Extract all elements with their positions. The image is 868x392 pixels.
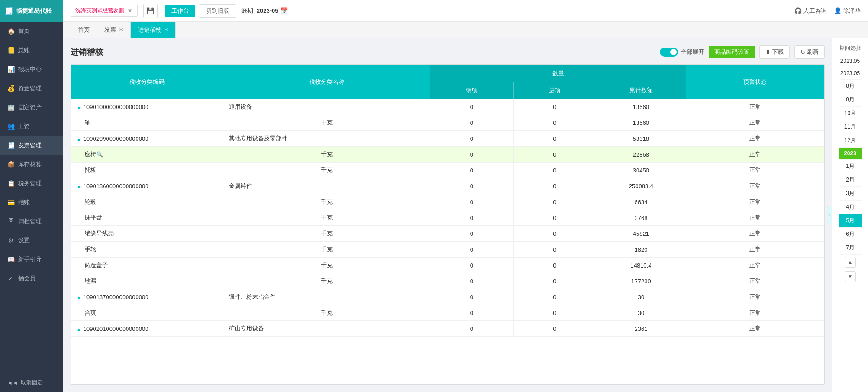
sidebar-item-funds[interactable]: 💰 资金管理 xyxy=(0,79,63,98)
expand-row-icon[interactable]: ▲ xyxy=(76,295,81,300)
calendar-icon[interactable]: 📅 xyxy=(280,7,288,14)
table-row-sale: 0 xyxy=(430,115,513,131)
period-next-button[interactable]: ▼ xyxy=(845,271,856,282)
refresh-button[interactable]: ↻ 刷新 xyxy=(794,45,825,59)
period-item[interactable]: 1月 xyxy=(839,160,862,173)
topbar-actions: 工作台 切到旧版 xyxy=(165,4,236,18)
tab-invoice-close[interactable]: ✕ xyxy=(119,27,123,33)
table-row-subname: 轴 xyxy=(71,115,223,131)
period-item[interactable]: 2023 xyxy=(839,148,862,160)
panel-toggle-button[interactable]: › xyxy=(827,206,832,224)
table-row-sale: 0 xyxy=(430,99,513,115)
table-row-unit: 千克 xyxy=(223,194,430,210)
sidebar-item-tax[interactable]: 📋 税务管理 xyxy=(0,174,63,193)
table-row-total: 1820 xyxy=(596,242,686,258)
help-button[interactable]: 🎧 人工咨询 xyxy=(794,7,827,15)
table-row-code: ▲10901370000000000000 xyxy=(71,289,223,305)
sidebar-item-settlement[interactable]: 💳 结账 xyxy=(0,193,63,212)
sidebar-item-invoice[interactable]: 🧾 发票管理 xyxy=(0,136,63,155)
sidebar-item-assets-label: 固定资产 xyxy=(18,103,42,111)
expand-row-icon[interactable]: ▲ xyxy=(76,184,81,189)
sidebar-item-archive[interactable]: 🗄 归档管理 xyxy=(0,212,63,231)
expand-row-icon[interactable]: ▲ xyxy=(76,326,81,332)
expand-switch[interactable] xyxy=(660,48,678,57)
table-row-sale: 0 xyxy=(430,210,513,226)
company-name: 沈海英测试经营勿删 xyxy=(75,7,124,14)
save-button[interactable]: 💾 xyxy=(143,4,158,18)
table-row-purchase: 0 xyxy=(513,321,596,337)
table-row-sale: 0 xyxy=(430,289,513,305)
tab-invoice[interactable]: 发票 ✕ xyxy=(97,22,131,38)
user-menu[interactable]: 👤 徐泽华 xyxy=(834,7,861,15)
table-row-warning: 正常 xyxy=(686,178,824,194)
search-icon[interactable]: 🔍 xyxy=(96,151,103,158)
period-item[interactable]: 6月 xyxy=(839,228,862,241)
expand-label: 全部展开 xyxy=(681,48,704,56)
table-row-warning: 正常 xyxy=(686,242,824,258)
table-row-subname: 合页 xyxy=(71,305,223,321)
period-item[interactable]: 9月 xyxy=(839,93,862,107)
tab-home[interactable]: 首页 xyxy=(71,22,97,38)
period-item[interactable]: 2023.05 xyxy=(839,67,862,80)
company-selector[interactable]: 沈海英测试经营勿删 ▼ xyxy=(71,5,138,17)
table-row-total: 45821 xyxy=(596,226,686,242)
sidebar-item-reports-label: 报表中心 xyxy=(18,65,42,73)
table-row-total: 2361 xyxy=(596,321,686,337)
sidebar-item-inventory[interactable]: 📦 库存核算 xyxy=(0,155,63,174)
sidebar-item-member[interactable]: ✓ 畅会员 xyxy=(0,269,63,288)
period-prev-button[interactable]: ▲ xyxy=(845,257,856,268)
period-item[interactable]: 5月 xyxy=(839,214,862,228)
sidebar-item-assets[interactable]: 🏢 固定资产 xyxy=(0,98,63,117)
tabbar: 首页 发票 ✕ 进销稽核 ✕ xyxy=(63,22,868,38)
tab-reconcile-close[interactable]: ✕ xyxy=(164,27,168,33)
table-row-warning: 正常 xyxy=(686,321,824,337)
th-purchase: 进项 xyxy=(513,82,596,99)
payroll-icon: 👥 xyxy=(7,123,14,130)
product-code-button[interactable]: 商品编码设置 xyxy=(709,46,755,58)
user-icon: 👤 xyxy=(834,7,841,14)
period-item[interactable]: 2月 xyxy=(839,173,862,187)
download-button[interactable]: ⬇ 下载 xyxy=(760,45,790,59)
sidebar-unpin-button[interactable]: ◄◄ 取消固定 xyxy=(0,373,63,392)
period-item[interactable]: 2023.05 xyxy=(839,55,862,67)
period-item[interactable]: 4月 xyxy=(839,201,862,214)
expand-row-icon[interactable]: ▲ xyxy=(76,105,81,110)
table-row-warning: 正常 xyxy=(686,305,824,321)
workspace-button[interactable]: 工作台 xyxy=(165,5,195,17)
tab-reconcile[interactable]: 进销稽核 ✕ xyxy=(131,22,176,38)
download-icon: ⬇ xyxy=(765,49,770,56)
tab-invoice-label: 发票 xyxy=(104,26,116,34)
archive-icon: 🗄 xyxy=(7,218,14,225)
period-item[interactable]: 10月 xyxy=(839,107,862,120)
table-row-total: 30 xyxy=(596,305,686,321)
sidebar-item-home[interactable]: 🏠 首页 xyxy=(0,22,63,41)
data-table-container: 税收分类编码 税收分类名称 数量 预警状态 销项 进项 累计数额 ▲10 xyxy=(71,64,825,385)
table-row-subname: 铸造盖子 xyxy=(71,258,223,273)
sidebar-item-ledger-label: 总账 xyxy=(18,46,30,54)
sidebar-item-payroll[interactable]: 👥 工资 xyxy=(0,117,63,136)
home-icon: 🏠 xyxy=(7,28,14,35)
table-row-total: 13560 xyxy=(596,99,686,115)
table-row-sale: 0 xyxy=(430,258,513,273)
period-item[interactable]: 3月 xyxy=(839,187,862,201)
table-row-purchase: 0 xyxy=(513,194,596,210)
table-row-unit: 千克 xyxy=(223,115,430,131)
table-row-purchase: 0 xyxy=(513,258,596,273)
period-item[interactable]: 12月 xyxy=(839,134,862,148)
period-item[interactable]: 11月 xyxy=(839,120,862,134)
table-row-sale: 0 xyxy=(430,163,513,178)
sidebar-item-guide[interactable]: 📖 新手引导 xyxy=(0,250,63,269)
table-row-warning: 正常 xyxy=(686,99,824,115)
switch-version-button[interactable]: 切到旧版 xyxy=(199,4,236,18)
sidebar-item-reports[interactable]: 📊 报表中心 xyxy=(0,60,63,79)
period-item[interactable]: 8月 xyxy=(839,80,862,93)
period-item[interactable]: 7月 xyxy=(839,241,862,255)
expand-row-icon[interactable]: ▲ xyxy=(76,136,81,142)
table-row-purchase: 0 xyxy=(513,178,596,194)
tax-icon: 📋 xyxy=(7,180,14,187)
sidebar-item-ledger[interactable]: 📒 总账 xyxy=(0,41,63,60)
sidebar-item-settings[interactable]: ⚙ 设置 xyxy=(0,231,63,250)
table-row-purchase: 0 xyxy=(513,273,596,289)
table-row-name: 金属铸件 xyxy=(223,178,430,194)
table-row-warning: 正常 xyxy=(686,147,824,163)
